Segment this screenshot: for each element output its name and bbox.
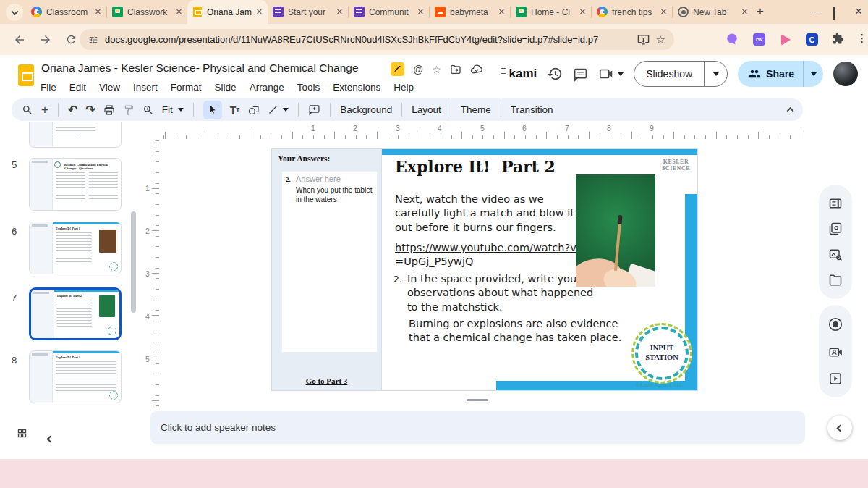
slide-main-area[interactable]: Explore It! Part 2 KESLER SCIENCE Next, … (382, 149, 697, 390)
media-gallery-icon[interactable] (828, 222, 843, 236)
search-menus-icon[interactable] (22, 104, 33, 116)
menu-edit[interactable]: Edit (63, 80, 93, 95)
minimize-window-button[interactable]: — (806, 6, 827, 17)
move-folder-icon[interactable] (450, 64, 461, 75)
slide-thumbnail-4-partial[interactable] (29, 122, 122, 148)
close-icon[interactable]: ✕ (336, 7, 343, 17)
go-to-part-3-link[interactable]: Go to Part 3 (272, 376, 381, 385)
text-box-tool[interactable]: Tт (230, 104, 239, 116)
grid-view-button[interactable] (17, 428, 27, 439)
tab-community[interactable]: Communit✕ (349, 0, 429, 24)
tab-start-your[interactable]: Start your✕ (268, 0, 348, 24)
menu-slide[interactable]: Slide (208, 80, 243, 95)
document-title[interactable]: Oriana James - Kesler Science- Physical … (41, 62, 359, 75)
read-write-extension-icon[interactable]: rw (753, 33, 765, 46)
version-history-icon[interactable] (547, 66, 563, 82)
menu-arrange[interactable]: Arrange (243, 80, 291, 95)
open-in-kami-button[interactable]: kami (501, 67, 537, 81)
filmstrip-scrollbar[interactable] (131, 211, 136, 313)
tab-new-tab[interactable]: New Tab✕ (673, 0, 753, 24)
new-tab-button[interactable]: + (757, 4, 764, 19)
cloud-status-icon[interactable] (470, 63, 483, 76)
youtube-link[interactable]: https://www.youtube.com/watch?v=UpGj_P5y… (395, 241, 577, 269)
image-search-icon[interactable] (828, 248, 843, 262)
line-tool[interactable] (268, 104, 289, 115)
tab-search-button[interactable] (6, 4, 23, 21)
close-icon[interactable]: ✕ (498, 7, 505, 17)
kami-badge-icon[interactable] (391, 62, 404, 76)
star-icon[interactable]: ☆ (432, 64, 441, 75)
slide-item-2[interactable]: 2. In the space provided, write your obs… (393, 272, 602, 314)
record-icon[interactable] (827, 316, 843, 332)
slide-paragraph-1[interactable]: Next, watch the video as we carefully li… (395, 193, 577, 235)
slide-thumbnail-6[interactable]: Explore It! Part 1 (29, 222, 122, 274)
comments-icon[interactable] (573, 67, 588, 82)
share-button[interactable]: Share (738, 61, 823, 87)
share-dropdown[interactable] (803, 61, 823, 87)
select-tool-active[interactable] (203, 101, 222, 119)
theme-button[interactable]: Theme (461, 104, 491, 115)
menu-tools[interactable]: Tools (291, 80, 327, 95)
tab-french-tips[interactable]: french tips✕ (592, 0, 672, 24)
folder-icon[interactable] (828, 273, 843, 287)
kami-extension-icon[interactable] (726, 33, 739, 46)
close-icon[interactable]: ✕ (256, 7, 263, 17)
clever-extension-icon[interactable]: C (806, 33, 818, 46)
menu-extensions[interactable]: Extensions (326, 80, 387, 95)
collapse-toolbar-button[interactable] (788, 107, 793, 112)
slide-thumbnail-5[interactable]: Read It! Chemical and Physical Changes -… (29, 158, 122, 211)
redo-button[interactable]: ↷ (85, 103, 95, 117)
menu-view[interactable]: View (93, 80, 127, 95)
slideshow-button[interactable]: Slideshow (634, 61, 728, 87)
menu-file[interactable]: File (34, 80, 63, 95)
print-button[interactable] (103, 104, 115, 116)
close-icon[interactable]: ✕ (579, 7, 586, 17)
answer-text-box[interactable]: 2. Answer here When you put the tablet i… (282, 172, 377, 352)
close-icon[interactable]: ✕ (660, 7, 667, 17)
account-avatar[interactable] (833, 62, 858, 86)
slide-title[interactable]: Explore It! Part 2 (395, 157, 556, 176)
undo-button[interactable]: ↶ (68, 103, 77, 117)
google-slides-logo[interactable] (18, 64, 34, 86)
new-slide-button[interactable]: + (41, 103, 48, 117)
collapse-side-panel-button[interactable] (827, 416, 852, 440)
slide-thumbnail-7-selected[interactable]: Explore It! Part 2 (29, 287, 122, 340)
notes-resize-handle[interactable] (467, 399, 488, 401)
browser-menu-icon[interactable]: ⋮ (856, 32, 867, 45)
close-icon[interactable]: ✕ (176, 7, 182, 17)
menu-insert[interactable]: Insert (127, 80, 164, 95)
tab-classroom[interactable]: Classroom✕ (26, 0, 106, 24)
bookmark-star-icon[interactable]: ☆ (656, 33, 665, 46)
address-bar[interactable]: docs.google.com/presentation/d/11NuWA8RE… (80, 29, 674, 50)
slide-paragraph-3[interactable]: Burning or explosions are also evidence … (409, 317, 627, 345)
insert-comment-button[interactable] (308, 104, 320, 116)
background-button[interactable]: Background (340, 104, 392, 115)
close-icon[interactable]: ✕ (741, 7, 748, 17)
slide-thumbnail-8[interactable]: Explore It! Part 3 (29, 350, 122, 403)
zoom-select[interactable]: Fit (162, 104, 184, 115)
speaker-notes-input[interactable]: Click to add speaker notes (150, 411, 805, 444)
layout-button[interactable]: Layout (412, 104, 441, 115)
shape-tool[interactable] (247, 104, 260, 116)
at-mention-icon[interactable]: @ (413, 64, 423, 75)
menu-format[interactable]: Format (164, 80, 208, 95)
video-play-icon[interactable] (828, 371, 843, 386)
zoom-icon[interactable] (142, 104, 154, 116)
tab-classwork[interactable]: Classwork✕ (107, 0, 187, 24)
play-extension-icon[interactable] (781, 34, 791, 46)
extensions-puzzle-icon[interactable] (832, 33, 844, 45)
camera-icon[interactable] (828, 345, 843, 360)
close-window-button[interactable]: ✕ (848, 6, 868, 17)
tasks-panel-icon[interactable] (828, 196, 843, 211)
reload-button[interactable] (65, 33, 77, 46)
paint-format-button[interactable] (123, 104, 135, 116)
close-icon[interactable]: ✕ (417, 7, 424, 17)
tab-home-classroom[interactable]: Home - Cl✕ (511, 0, 591, 24)
slideshow-dropdown[interactable] (704, 62, 727, 86)
match-photo[interactable] (576, 174, 655, 287)
slide-canvas[interactable]: Your Answers: 2. Answer here When you pu… (271, 148, 698, 391)
your-answers-panel[interactable]: Your Answers: 2. Answer here When you pu… (272, 149, 382, 390)
tab-oriana-james-active[interactable]: Oriana Jam✕ (187, 0, 268, 24)
forward-button[interactable] (39, 33, 52, 46)
back-button[interactable] (13, 33, 26, 46)
